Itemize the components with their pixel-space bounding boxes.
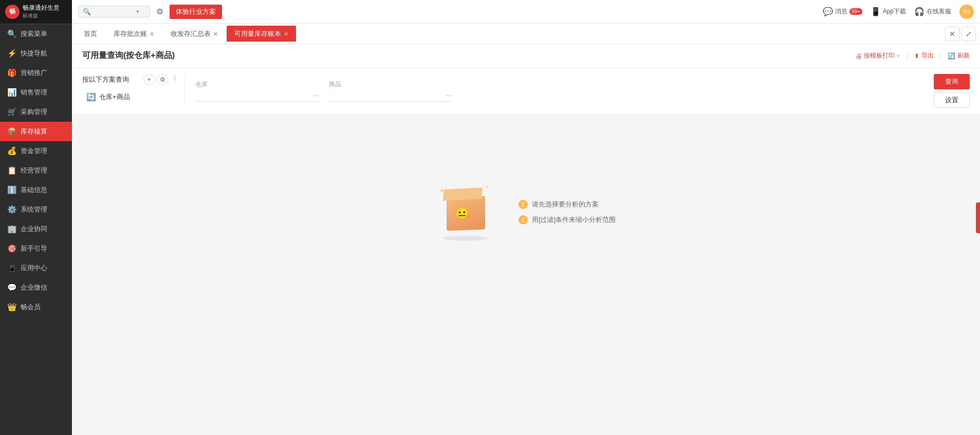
headset-icon: 🎧 — [914, 7, 924, 16]
sidebar-item-purchase[interactable]: 🛒 采购管理 — [0, 102, 72, 122]
filter-scheme-item[interactable]: 🔄 仓库+商品 — [82, 89, 176, 105]
sidebar-item-app-center[interactable]: 📱 应用中心 — [0, 258, 72, 278]
message-icon: 💬 — [823, 7, 833, 16]
search-icon: 🔍 — [83, 8, 91, 15]
sidebar-item-system[interactable]: ⚙️ 系统管理 — [0, 200, 72, 219]
filter-fields: 仓库 ··· 商品 ··· 查询 设置 — [185, 74, 970, 108]
main-area: 🔍 ▾ ⚙ 体验行业方案 💬 消息 99+ 📱 App下载 🎧 在线客服 Rit — [72, 0, 980, 435]
product-filter-field: 商品 ··· — [329, 80, 452, 102]
sidebar-header: 畅 畅康通好生意 标准版 — [0, 0, 72, 24]
sidebar-item-operations[interactable]: 📋 经营管理 — [0, 161, 72, 180]
app-center-icon: 📱 — [7, 263, 16, 273]
quick-nav-icon: ⚡ — [7, 49, 16, 58]
print-dropdown-icon[interactable]: ▾ — [897, 52, 900, 60]
user-avatar[interactable]: Rit — [959, 5, 974, 19]
phone-icon: 📱 — [871, 7, 881, 16]
operations-icon: 📋 — [7, 166, 16, 175]
tip-number-2: 2 — [519, 215, 528, 224]
scheme-icon: 🔄 — [86, 92, 96, 102]
close-tab-button[interactable]: ✕ — [945, 27, 959, 41]
sidebar-logo: 畅 — [5, 5, 20, 19]
filter-sidebar-actions: + ⚙ 《 — [143, 74, 176, 85]
filter-action-buttons: 查询 设置 — [923, 74, 970, 108]
finance-icon: 💰 — [7, 146, 16, 156]
search-input[interactable] — [93, 8, 134, 15]
export-action[interactable]: ⬆ 导出 — [914, 51, 934, 60]
right-edge-bar — [976, 202, 980, 233]
marketing-icon: 🎁 — [7, 68, 16, 78]
system-icon: ⚙️ — [7, 205, 16, 214]
enterprise-icon: 🏢 — [7, 224, 16, 234]
warehouse-filter-field: 仓库 ··· — [195, 80, 319, 102]
newbie-icon: 🎯 — [7, 244, 16, 253]
sidebar-item-search-menu[interactable]: 🔍 搜索菜单 — [0, 24, 72, 44]
header-actions: 🖨 按模板打印 ▾ | ⬆ 导出 | 🔄 刷新 — [856, 51, 970, 60]
purchase-icon: 🛒 — [7, 107, 16, 117]
member-icon: 👑 — [7, 302, 16, 312]
export-icon: ⬆ — [914, 52, 919, 60]
refresh-icon: 🔄 — [948, 52, 955, 60]
wechat-icon: 💬 — [7, 283, 16, 292]
sidebar-item-basic-info[interactable]: ℹ️ 基础信息 — [0, 180, 72, 200]
tab-close-batch-account[interactable]: ✕ — [150, 31, 154, 37]
warehouse-input-wrapper: ··· — [195, 91, 319, 102]
empty-state: 😐 ✦ ✦ 1 请先选择要分析的方案 2 用 — [72, 115, 980, 310]
sidebar-item-finance[interactable]: 💰 资金管理 — [0, 141, 72, 161]
print-template-action[interactable]: 🖨 按模板打印 ▾ — [856, 51, 900, 60]
message-action[interactable]: 💬 消息 99+ — [823, 7, 862, 16]
sidebar: 畅 畅康通好生意 标准版 🔍 搜索菜单 ⚡ 快捷导航 🎁 营销推广 📊 销售管理… — [0, 0, 72, 435]
message-badge: 99+ — [849, 8, 862, 15]
query-button[interactable]: 查询 — [934, 74, 970, 89]
settings-icon[interactable]: ⚙ — [154, 5, 165, 18]
warehouse-field-label: 仓库 — [195, 80, 319, 89]
warehouse-more-icon[interactable]: ··· — [312, 91, 319, 99]
warehouse-input[interactable] — [195, 91, 308, 99]
inventory-icon: 📦 — [7, 127, 16, 136]
collapse-panel-icon[interactable]: 《 — [170, 74, 176, 85]
online-service-action[interactable]: 🎧 在线客服 — [914, 7, 951, 16]
product-more-icon[interactable]: ··· — [446, 91, 452, 99]
sidebar-item-quick-nav[interactable]: ⚡ 快捷导航 — [0, 44, 72, 63]
tab-close-available-ledger[interactable]: ✕ — [284, 31, 288, 37]
sidebar-item-marketing[interactable]: 🎁 营销推广 — [0, 63, 72, 83]
tab-receive-summary[interactable]: 收发存汇总表 ✕ — [163, 26, 226, 42]
sales-icon: 📊 — [7, 88, 16, 97]
empty-tips: 1 请先选择要分析的方案 2 用[过滤]条件来缩小分析范围 — [519, 200, 616, 224]
page-title: 可用量查询(按仓库+商品) — [82, 50, 175, 61]
sidebar-nav: 🔍 搜索菜单 ⚡ 快捷导航 🎁 营销推广 📊 销售管理 🛒 采购管理 📦 库存核… — [0, 24, 72, 435]
tab-home[interactable]: 首页 — [76, 26, 105, 42]
filter-sidebar: 按以下方案查询 + ⚙ 《 🔄 仓库+商品 — [82, 74, 185, 105]
sidebar-item-wechat[interactable]: 💬 企业微信 — [0, 278, 72, 297]
filter-sidebar-title: 按以下方案查询 — [82, 75, 129, 84]
sidebar-item-newbie[interactable]: 🎯 新手引导 — [0, 239, 72, 258]
add-scheme-button[interactable]: + — [143, 74, 155, 85]
filter-sidebar-header: 按以下方案查询 + ⚙ 《 — [82, 74, 176, 85]
app-download-action[interactable]: 📱 App下载 — [871, 7, 906, 16]
content-header: 可用量查询(按仓库+商品) 🖨 按模板打印 ▾ | ⬆ 导出 | 🔄 刷新 — [72, 44, 980, 68]
sidebar-brand-title: 畅康通好生意 — [23, 4, 60, 12]
search-menu-icon: 🔍 — [7, 29, 16, 39]
refresh-action[interactable]: 🔄 刷新 — [948, 51, 970, 60]
sidebar-item-enterprise[interactable]: 🏢 企业协同 — [0, 219, 72, 239]
product-input[interactable] — [329, 91, 442, 99]
sidebar-brand-subtitle: 标准版 — [23, 12, 60, 20]
sidebar-item-member[interactable]: 👑 畅会员 — [0, 297, 72, 317]
tab-close-receive-summary[interactable]: ✕ — [213, 31, 218, 37]
sidebar-item-inventory[interactable]: 📦 库存核算 — [0, 122, 72, 141]
product-field-label: 商品 — [329, 80, 452, 89]
sidebar-item-sales[interactable]: 📊 销售管理 — [0, 83, 72, 102]
tip-number-1: 1 — [519, 200, 528, 209]
industry-solution-button[interactable]: 体验行业方案 — [170, 5, 222, 19]
tab-available-ledger[interactable]: 可用量库存账本 ✕ — [227, 26, 296, 42]
expand-tab-button[interactable]: ⤢ — [961, 27, 976, 41]
chevron-down-icon[interactable]: ▾ — [136, 8, 139, 15]
basic-info-icon: ℹ️ — [7, 185, 16, 195]
empty-tip-1: 1 请先选择要分析的方案 — [519, 200, 616, 209]
filter-settings-button[interactable]: 设置 — [934, 92, 970, 108]
topbar-search-box[interactable]: 🔍 ▾ — [78, 6, 150, 17]
tab-batch-account[interactable]: 库存批次账 ✕ — [106, 26, 162, 42]
manage-scheme-button[interactable]: ⚙ — [157, 74, 168, 85]
topbar-actions: 💬 消息 99+ 📱 App下载 🎧 在线客服 Rit — [823, 5, 974, 19]
topbar: 🔍 ▾ ⚙ 体验行业方案 💬 消息 99+ 📱 App下载 🎧 在线客服 Rit — [72, 0, 980, 24]
empty-illustration: 😐 ✦ ✦ — [436, 181, 498, 243]
